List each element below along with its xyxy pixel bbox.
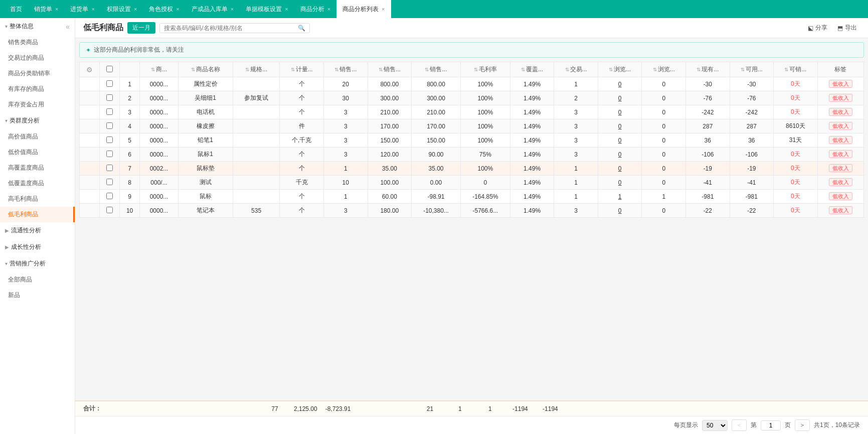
sidebar-item-stocked-products[interactable]: 有库存的商品 [0, 81, 75, 97]
close-icon[interactable]: × [382, 6, 385, 12]
nav-item-home[interactable]: 首页 [4, 0, 28, 18]
col-settings[interactable]: ⚙ [80, 62, 100, 77]
row-margin-rate: -164.85% [460, 190, 510, 204]
sidebar-item-sales-products[interactable]: 销售类商品 [0, 35, 75, 50]
col-name[interactable]: ⇅商品名称 [178, 62, 233, 77]
next-page-button[interactable]: ＞ [795, 419, 810, 431]
close-icon[interactable]: × [327, 6, 330, 12]
sidebar-group-liquidity[interactable]: ▶ 流通性分析 [0, 222, 75, 239]
sidebar-item-new-products[interactable]: 新品 [0, 287, 75, 303]
row-code: 0000... [140, 77, 178, 91]
sidebar-item-high-coverage[interactable]: 高覆盖度商品 [0, 160, 75, 176]
row-available: 36 [730, 133, 774, 148]
sidebar-item-high-value[interactable]: 高价值商品 [0, 129, 75, 144]
col-code[interactable]: ⇅商... [140, 62, 178, 77]
export-button[interactable]: ⬒ 导出 [834, 22, 860, 34]
close-icon[interactable]: × [91, 6, 94, 12]
row-checkbox[interactable] [99, 204, 119, 218]
row-current-stock: -106 [686, 148, 730, 162]
row-sales-profit: 170.00 [412, 119, 461, 133]
row-checkbox[interactable] [99, 176, 119, 190]
row-checkbox[interactable] [99, 190, 119, 204]
row-views1[interactable]: 0 [598, 162, 642, 176]
content-area: 低毛利商品 近一月 🔍 ⬕ 分享 ⬒ 导出 ✦ 这部分商品的利润非常低，请关注 [75, 18, 868, 434]
row-code: 0000... [140, 133, 178, 148]
close-icon[interactable]: × [285, 6, 288, 12]
nav-item-product-analysis-list[interactable]: 商品分析列表 × [336, 0, 391, 18]
col-views1[interactable]: ⇅浏览... [598, 62, 642, 77]
row-views1[interactable]: 1 [598, 190, 642, 204]
row-sales-profit: 90.00 [412, 148, 461, 162]
row-settings [80, 176, 100, 190]
row-trade: 1 [554, 190, 598, 204]
nav-item-sales[interactable]: 销货单 × [28, 0, 64, 18]
per-page-label: 每页显示 [674, 421, 698, 429]
nav-item-purchase[interactable]: 进货单 × [64, 0, 100, 18]
filter-period-button[interactable]: 近一月 [127, 22, 155, 34]
col-available[interactable]: ⇅可用... [730, 62, 774, 77]
row-views1[interactable]: 0 [598, 133, 642, 148]
sidebar-group-marketing[interactable]: ▾ 营销推广分析 [0, 255, 75, 272]
sidebar-group-growth[interactable]: ▶ 成长性分析 [0, 239, 75, 255]
col-unit[interactable]: ⇅计量... [280, 62, 324, 77]
row-saleable: 0天 [774, 105, 818, 119]
nav-item-roles[interactable]: 角色授权 × [143, 0, 185, 18]
close-icon[interactable]: × [134, 6, 137, 12]
sidebar-group-cluster[interactable]: ▾ 类群度分析 [0, 112, 75, 129]
sidebar-item-low-margin[interactable]: 低毛利商品 [0, 207, 75, 222]
row-sales-amount: 150.00 [368, 133, 412, 148]
col-trade[interactable]: ⇅交易... [554, 62, 598, 77]
row-views1[interactable]: 0 [598, 77, 642, 91]
sidebar-item-all-products[interactable]: 全部商品 [0, 272, 75, 287]
col-checkbox [99, 62, 119, 77]
prev-page-button[interactable]: ＜ [732, 419, 747, 431]
nav-item-product-entry[interactable]: 产成品入库单 × [186, 0, 240, 18]
close-icon[interactable]: × [176, 6, 179, 12]
per-page-select[interactable]: 50 100 200 [702, 420, 728, 431]
sidebar-item-category-assist[interactable]: 商品分类助销率 [0, 66, 75, 81]
close-icon[interactable]: × [55, 6, 58, 12]
nav-item-permissions[interactable]: 权限设置 × [101, 0, 143, 18]
row-checkbox[interactable] [99, 162, 119, 176]
row-number: 1 [119, 77, 139, 91]
row-checkbox[interactable] [99, 91, 119, 105]
share-button[interactable]: ⬕ 分享 [805, 22, 830, 34]
row-views1[interactable]: 0 [598, 119, 642, 133]
row-checkbox[interactable] [99, 77, 119, 91]
row-number: 9 [119, 190, 139, 204]
row-checkbox[interactable] [99, 119, 119, 133]
page-number-input[interactable] [761, 420, 781, 430]
row-views1[interactable]: 0 [598, 204, 642, 218]
sidebar-item-low-value[interactable]: 低价值商品 [0, 144, 75, 160]
col-coverage[interactable]: ⇅覆盖... [510, 62, 554, 77]
col-spec[interactable]: ⇅规格... [233, 62, 280, 77]
nav-item-template-settings[interactable]: 单据模板设置 × [240, 0, 294, 18]
sidebar-item-traded-products[interactable]: 交易过的商品 [0, 50, 75, 66]
row-views1[interactable]: 0 [598, 91, 642, 105]
sidebar-item-stock-capital[interactable]: 库存资金占用 [0, 97, 75, 112]
col-sales-amount[interactable]: ⇅销售... [368, 62, 412, 77]
col-views2[interactable]: ⇅浏览... [642, 62, 686, 77]
col-saleable[interactable]: ⇅可销... [774, 62, 818, 77]
row-views1[interactable]: 0 [598, 105, 642, 119]
row-checkbox[interactable] [99, 133, 119, 148]
row-checkbox[interactable] [99, 105, 119, 119]
row-checkbox[interactable] [99, 148, 119, 162]
row-unit: 个 [280, 91, 324, 105]
col-sales-qty[interactable]: ⇅销售... [323, 62, 368, 77]
select-all-checkbox[interactable] [106, 66, 113, 72]
search-box[interactable]: 🔍 [159, 23, 310, 33]
row-views1[interactable]: 0 [598, 148, 642, 162]
row-saleable: 31天 [774, 133, 818, 148]
col-current-stock[interactable]: ⇅现有... [686, 62, 730, 77]
sidebar-item-low-coverage[interactable]: 低覆盖度商品 [0, 176, 75, 191]
row-views1[interactable]: 0 [598, 176, 642, 190]
col-margin-rate[interactable]: ⇅毛利率 [460, 62, 510, 77]
col-sales-profit[interactable]: ⇅销售... [412, 62, 461, 77]
collapse-sidebar-icon[interactable]: « [66, 23, 70, 31]
close-icon[interactable]: × [231, 6, 234, 12]
nav-item-product-analysis[interactable]: 商品分析 × [294, 0, 336, 18]
search-input[interactable] [164, 25, 298, 32]
sidebar-group-general[interactable]: ▾ 整体信息 « [0, 18, 75, 35]
sidebar-item-high-margin[interactable]: 高毛利商品 [0, 191, 75, 207]
